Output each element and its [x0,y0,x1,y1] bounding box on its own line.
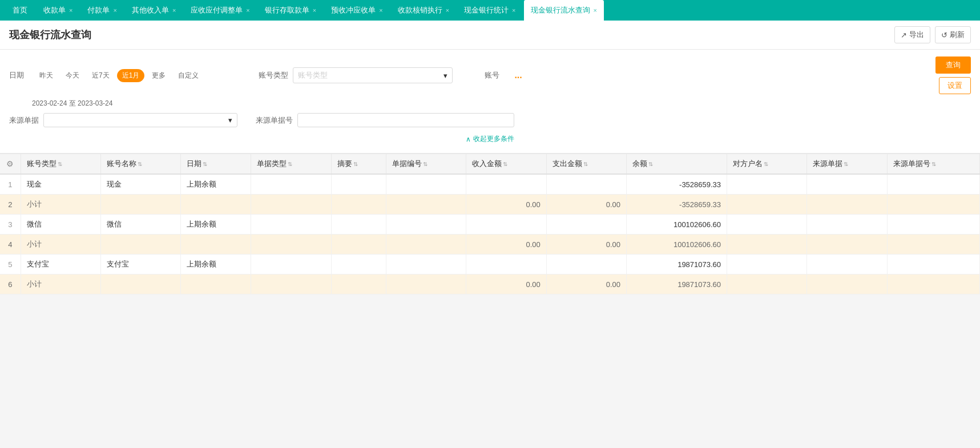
setting-button[interactable]: 设置 [939,77,971,94]
sort-icon: ⇅ [931,161,936,167]
col-header-summary[interactable]: 摘要⇅ [331,154,386,175]
home-label: 首页 [13,5,27,15]
export-button[interactable]: ↗ 导出 [894,26,930,43]
refresh-icon: ↺ [941,31,947,39]
cell-account_type: 现金 [21,174,100,195]
gear-icon[interactable]: ⚙ [6,159,14,168]
nav-tab[interactable]: 应收应付调整单× [184,0,256,21]
nav-tab[interactable]: 现金银行统计× [457,0,522,21]
col-header-bill_type[interactable]: 单据类型⇅ [251,154,331,175]
sort-icon: ⇅ [648,161,653,167]
page-title: 现金银行流水查询 [9,28,91,42]
date-filter-group: 日期 昨天今天近7天近1月更多自定义 [9,69,204,82]
nav-tab[interactable]: 预收冲应收单× [324,0,389,21]
cell-income [466,215,546,235]
cell-date: 上期余额 [181,255,251,275]
cell-source_bill [807,235,887,255]
dots-button[interactable]: ... [510,68,526,83]
sort-icon: ⇅ [844,161,848,167]
source-bill-no-group: 来源单据号 [256,113,514,127]
close-icon[interactable]: × [313,7,316,14]
source-bill-select[interactable]: ▾ [43,113,237,127]
cell-date [181,235,251,255]
row-number: 5 [0,255,21,275]
cell-bill_no [386,195,466,215]
close-icon[interactable]: × [69,7,72,14]
cell-account_name: 支付宝 [100,255,180,275]
account-type-select[interactable]: 账号类型 ▾ [293,67,453,83]
close-icon[interactable]: × [172,7,176,14]
nav-tab[interactable]: 其他收入单× [125,0,183,21]
sort-icon: ⇅ [138,161,142,167]
date-option-btn[interactable]: 自定义 [173,69,204,82]
sort-icon: ⇅ [288,161,292,167]
tab-label: 银行存取款单 [265,5,309,15]
header-actions: ↗ 导出 ↺ 刷新 [894,26,971,43]
nav-tab[interactable]: 付款单× [80,0,123,21]
close-icon[interactable]: × [594,7,597,14]
nav-tab[interactable]: 银行存取款单× [258,0,323,21]
refresh-label: 刷新 [950,30,965,40]
cell-summary [331,174,386,195]
col-header-account_type[interactable]: 账号类型⇅ [21,154,100,175]
cell-counterpart [727,174,807,195]
cell-counterpart [727,255,807,275]
filter-area: 日期 昨天今天近7天近1月更多自定义 账号类型 账号类型 ▾ 账号 ... 查询… [0,50,980,154]
col-header-source_bill[interactable]: 来源单据⇅ [807,154,887,175]
sort-icon: ⇅ [423,161,428,167]
cell-bill_no [386,275,466,294]
cell-income: 0.00 [466,235,546,255]
tab-label: 现金银行流水查询 [531,5,590,15]
sort-icon: ⇅ [503,161,507,167]
tab-label: 付款单 [87,5,110,15]
col-header-date[interactable]: 日期⇅ [181,154,251,175]
cell-summary [331,215,386,235]
filter-action-col: 查询 设置 [935,56,971,94]
account-type-value: 账号类型 [298,70,328,80]
filter-row-2: 来源单据 ▾ 来源单据号 [9,113,971,127]
nav-tab[interactable]: 收款单× [37,0,79,21]
nav-home[interactable]: 首页 [5,0,35,21]
col-header-bill_no[interactable]: 单据编号⇅ [386,154,466,175]
col-header-source_bill_no[interactable]: 来源单据号⇅ [887,154,979,175]
close-icon[interactable]: × [246,7,249,14]
cell-summary [331,255,386,275]
close-icon[interactable]: × [113,7,116,14]
cell-income [466,174,546,195]
collapse-bar[interactable]: ∧ 收起更多条件 [9,132,971,146]
col-header-income[interactable]: 收入金额⇅ [466,154,546,175]
cell-bill_no [386,235,466,255]
col-header-expense[interactable]: 支出金额⇅ [546,154,626,175]
data-table: ⚙账号类型⇅账号名称⇅日期⇅单据类型⇅摘要⇅单据编号⇅收入金额⇅支出金额⇅余额⇅… [0,154,980,294]
cell-summary [331,195,386,215]
query-button[interactable]: 查询 [935,56,971,74]
date-option-btn[interactable]: 今天 [61,69,84,82]
source-bill-no-input[interactable] [297,113,514,127]
date-option-btn[interactable]: 昨天 [34,69,58,82]
close-icon[interactable]: × [446,7,449,14]
cell-source_bill [807,215,887,235]
date-option-btn[interactable]: 近1月 [117,69,145,82]
cell-account_type: 支付宝 [21,255,100,275]
date-option-btn[interactable]: 近7天 [87,69,115,82]
col-header-counterpart[interactable]: 对方户名⇅ [727,154,807,175]
col-header-balance[interactable]: 余额⇅ [627,154,727,175]
nav-tab[interactable]: 现金银行流水查询× [524,0,604,21]
cell-date [181,195,251,215]
row-number: 1 [0,174,21,195]
cell-balance: -3528659.33 [627,174,727,195]
close-icon[interactable]: × [379,7,382,14]
cell-account_type: 微信 [21,215,100,235]
col-header-account_name[interactable]: 账号名称⇅ [100,154,180,175]
close-icon[interactable]: × [512,7,515,14]
refresh-button[interactable]: ↺ 刷新 [935,26,971,43]
date-option-btn[interactable]: 更多 [147,69,171,82]
filter-row-1: 日期 昨天今天近7天近1月更多自定义 账号类型 账号类型 ▾ 账号 ... 查询… [9,56,971,94]
table-container: ⚙账号类型⇅账号名称⇅日期⇅单据类型⇅摘要⇅单据编号⇅收入金额⇅支出金额⇅余额⇅… [0,154,980,294]
table-row: 5支付宝支付宝上期余额19871073.60 [0,255,980,275]
sort-icon: ⇅ [764,161,768,167]
cell-balance: 19871073.60 [627,275,727,294]
nav-tab[interactable]: 收款核销执行× [391,0,456,21]
cell-account_type: 小计 [21,195,100,215]
cell-account_name: 现金 [100,174,180,195]
